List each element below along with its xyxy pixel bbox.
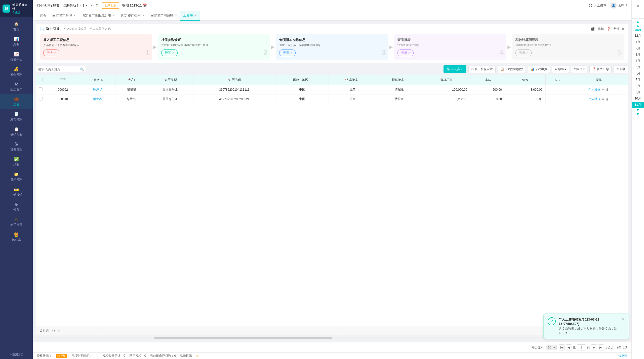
prev-page-button[interactable]: ◀ [566, 344, 572, 350]
pagination-nav: |◀ ◀ 第 页 ▶ ▶| [559, 344, 604, 350]
export-button[interactable]: ⬇ 导出 ▾ [552, 66, 569, 73]
settings-icon[interactable]: ⚙ [96, 4, 99, 7]
sidebar-item-小畅报销[interactable]: 💳小畅报销 [0, 184, 33, 199]
tab-close-固定资产折旧统计表[interactable]: ✕ [113, 14, 115, 17]
individual-social-insurance-link-1[interactable]: 个人社保 [588, 97, 600, 101]
tax-report-button[interactable]: 📊 个税申报 [528, 66, 550, 73]
calendar-month-11月[interactable]: 11月 [632, 102, 644, 108]
tab-固定资产类别[interactable]: 固定资产类别 ✕ [118, 11, 147, 21]
account-dropdown-icon[interactable]: ▾ [86, 4, 88, 7]
help-consultant[interactable]: 🎧 人工咨询 [588, 3, 607, 8]
refresh-button[interactable]: ↻ 刷新 [614, 66, 628, 73]
tab-固定资产折旧统计表[interactable]: 固定资产折旧统计表 ✕ [79, 11, 118, 21]
row-checkbox-1[interactable] [39, 97, 43, 100]
sidebar-pin[interactable]: ←取消固定 [0, 350, 33, 359]
social-insurance-button[interactable]: ⚙ 统一社保设置 [468, 66, 496, 73]
add-person-button[interactable]: 添加人员 ▾ [444, 65, 466, 73]
page-size-select[interactable]: 10 20 50 [546, 345, 557, 350]
employee-name-link-1[interactable]: 李俊杰 [93, 97, 102, 101]
delete-icon-1[interactable]: 🗑 [606, 97, 609, 101]
sidebar-item-固定资产[interactable]: 🏗固定资产 [0, 79, 33, 94]
tab-close-固定资产类别[interactable]: ✕ [142, 14, 144, 17]
tab-固定资产明细账[interactable]: 固定资产明细账 ✕ [147, 11, 180, 21]
search-input[interactable] [38, 67, 79, 71]
warning-icon[interactable]: ⚠ [196, 354, 199, 358]
notification-close-button[interactable]: ✕ [622, 317, 625, 321]
sidebar-item-设置[interactable]: ⚙设置 [0, 199, 33, 215]
table-row: 000010 李俊杰 总经办 居民身份证 412702198206290521 … [36, 94, 628, 104]
step-btn-4[interactable]: 查看 > [397, 49, 414, 56]
step-btn-2[interactable]: 设置 > [161, 49, 177, 56]
deduction-button[interactable]: 📋 专项附加扣除 [498, 66, 526, 73]
step-btn-5[interactable]: 查看 > [515, 49, 532, 56]
calendar-month-5月[interactable]: 5月 [632, 64, 644, 70]
sidebar-item-资金管理[interactable]: 💰资金管理 [0, 64, 33, 79]
edit-icon-1[interactable]: ✏ [602, 97, 605, 101]
page-number-input[interactable] [577, 344, 586, 350]
calendar-month-8月[interactable]: 8月 [632, 83, 644, 89]
calendar-month-10月[interactable]: 10月 [632, 95, 644, 102]
th-applicable: 应... [546, 75, 569, 85]
sidebar-item-畅会员[interactable]: 👑畅会员 [0, 230, 33, 245]
guide-close-button[interactable]: ✕ [622, 27, 624, 31]
calendar-month-7月[interactable]: 7月 [632, 77, 644, 83]
calendar-up-arrow[interactable]: ▲ [636, 20, 640, 24]
sidebar-icon-资金管理: 💰 [14, 67, 19, 72]
user-info[interactable]: 👤 徐泽华 [611, 3, 627, 9]
next-page-button[interactable]: ▶ [591, 344, 597, 350]
sidebar-item-报表中心[interactable]: 📈报表中心 [0, 49, 33, 64]
right-panel-expand-button[interactable]: ⟩ [632, 10, 644, 19]
sidebar-item-归档管理[interactable]: 📁归档管理 [0, 169, 33, 184]
calendar-month-9月[interactable]: 9月 [632, 89, 644, 95]
calendar-down-arrow2[interactable]: ▼ [636, 112, 640, 116]
calendar-month-1月[interactable]: 1月 [632, 39, 644, 45]
tab-close-固定资产管理[interactable]: ✕ [73, 14, 76, 17]
sidebar-item-进销台账[interactable]: 📋进销台账 [0, 124, 33, 139]
calendar-month-6月[interactable]: 6月 [632, 70, 644, 77]
search-icon[interactable]: 🔍 [80, 67, 84, 71]
individual-social-insurance-link-0[interactable]: 个人社保 [588, 87, 600, 92]
logo-icon: 好 [3, 5, 10, 13]
tab-首页[interactable]: 首页 [37, 11, 49, 21]
tab-工资表[interactable]: 工资表 ✕ [180, 11, 200, 21]
guide-arrow-2: ▶ [270, 34, 276, 60]
calendar-month-2月[interactable]: 2月 [632, 45, 644, 52]
row-checkbox-0[interactable] [39, 87, 43, 91]
last-page-button[interactable]: ▶| [598, 344, 604, 350]
recharge-link[interactable]: 去充值 [618, 354, 627, 358]
calendar-down-arrow[interactable]: ▼ [636, 108, 640, 112]
sidebar-item-结账[interactable]: ✅结账 [0, 154, 33, 169]
employee-name-link-0[interactable]: 徐泽华 [93, 88, 102, 91]
guide-button[interactable]: ❓ 新手引导 [589, 66, 612, 73]
sidebar-icon-总账: 📊 [14, 37, 19, 41]
first-page-button[interactable]: |◀ [559, 344, 565, 350]
step-btn-3[interactable]: 查看 > [279, 49, 295, 56]
sidebar-item-首页[interactable]: 🏠首页 [0, 19, 33, 34]
tab-close-固定资产明细账[interactable]: ✕ [175, 14, 177, 17]
tab-close-工资表[interactable]: ✕ [194, 14, 197, 17]
table-scroll[interactable]: 工号 *姓名 ⇅ *部门 *证照类型 *证照号码 国籍（地区） *人员状态 ▾ … [36, 75, 628, 326]
sidebar-item-发票管理[interactable]: 🧾发票管理 [0, 109, 33, 124]
calendar-month-4月[interactable]: 4月 [632, 58, 644, 64]
deduction-icon: 📋 [500, 67, 504, 71]
select-all-checkbox[interactable] [39, 78, 43, 81]
sidebar-item-税务管理[interactable]: 🏛税务管理 [0, 139, 33, 154]
step-btn-1[interactable]: 导入 > [43, 49, 59, 56]
horizontal-scrollbar[interactable] [36, 337, 628, 339]
add-account-icon[interactable]: + [91, 4, 93, 7]
old-version-button[interactable]: 切到旧版 [102, 2, 119, 9]
sidebar-item-新手引导[interactable]: 🎓新手引导 [0, 215, 33, 230]
tab-固定资产管理[interactable]: 固定资产管理 ✕ [49, 11, 79, 21]
operations-button[interactable]: ≡ 操作 ▾ [571, 66, 587, 73]
calendar-month-12月[interactable]: 12月 [632, 33, 644, 39]
calendar-icon[interactable]: 📅 [143, 4, 147, 7]
sidebar-item-工资[interactable]: 💼工资 [0, 94, 33, 109]
calendar-up-arrow2[interactable]: ▲ [636, 24, 640, 28]
th-status: *人员状态 ▾ [329, 75, 377, 85]
sidebar-item-总账[interactable]: 📊总账 [0, 34, 33, 49]
delete-icon-0[interactable]: 🗑 [606, 88, 609, 91]
guide-btn-icon: ❓ [592, 67, 596, 71]
right-panel-close-button[interactable]: ✕ [632, 2, 644, 10]
edit-icon-0[interactable]: ✏ [602, 88, 605, 91]
calendar-month-3月[interactable]: 3月 [632, 52, 644, 58]
